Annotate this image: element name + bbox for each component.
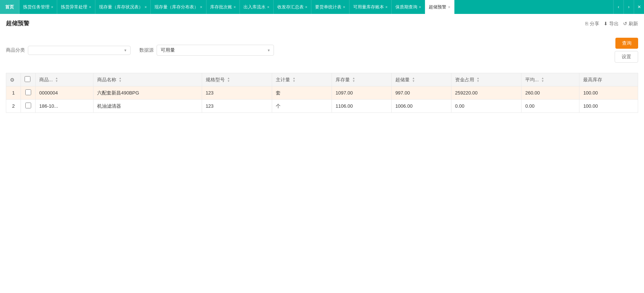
nav-tab-stock-status[interactable]: 现存量（库存状况表） × bbox=[95, 0, 151, 14]
filter-action-buttons: 查询 设置 bbox=[615, 38, 638, 63]
nav-tab-close[interactable]: × bbox=[51, 5, 53, 9]
nav-tab-close[interactable]: × bbox=[267, 5, 269, 9]
row-1-capital: 259220.00 bbox=[451, 86, 521, 100]
nav-arrow-left[interactable]: ‹ bbox=[613, 0, 623, 14]
table-row: 1 0000004 六配套新昌490BPG 123 套 1097.00 997.… bbox=[6, 86, 638, 100]
row-2-max-stock: 100.00 bbox=[579, 100, 638, 113]
nav-tab-task-mgmt[interactable]: 拣货任务管理 × bbox=[19, 0, 57, 14]
th-spec: 规格型号 ▲▼ bbox=[202, 73, 272, 86]
category-select[interactable]: ▾ bbox=[28, 46, 131, 55]
nav-tab-close[interactable]: × bbox=[200, 5, 202, 9]
export-button[interactable]: ⬇ 导出 bbox=[604, 21, 619, 27]
th-avg: 平均... ▲▼ bbox=[522, 73, 579, 86]
sort-icon-product-code[interactable]: ▲▼ bbox=[55, 77, 58, 83]
category-label: 商品分类 bbox=[6, 47, 25, 53]
th-checkbox bbox=[21, 73, 36, 86]
row-2-checkbox[interactable] bbox=[25, 103, 31, 108]
data-table: ⚙ 商品... ▲▼ 商品名称 ▲▼ 规格型号 ▲▼ 主计 bbox=[6, 73, 638, 113]
datasource-label: 数据源 bbox=[139, 47, 154, 53]
refresh-button[interactable]: ↺ 刷新 bbox=[623, 21, 638, 27]
nav-tab-inout-flow[interactable]: 出入库流水 × bbox=[240, 0, 273, 14]
export-icon: ⬇ bbox=[604, 21, 608, 26]
nav-arrow-right[interactable]: › bbox=[623, 0, 634, 14]
nav-tab-label: 现存量（库存状况表） bbox=[99, 4, 143, 10]
th-overstock: 超储量 ▲▼ bbox=[391, 73, 451, 86]
sort-icon-overstock[interactable]: ▲▼ bbox=[412, 77, 415, 83]
nav-tab-close[interactable]: × bbox=[448, 5, 450, 9]
table-settings-icon[interactable]: ⚙ bbox=[10, 77, 15, 83]
th-max-stock: 最高库存 bbox=[579, 73, 638, 86]
row-2-unit: 个 bbox=[272, 100, 332, 113]
th-unit: 主计量 ▲▼ bbox=[272, 73, 332, 86]
query-button[interactable]: 查询 bbox=[615, 38, 638, 49]
top-nav: 首页 拣货任务管理 × 拣货异常处理 × 现存量（库存状况表） × 现存量（库存… bbox=[0, 0, 644, 14]
nav-arrows: ‹ › ✕ bbox=[613, 0, 644, 14]
nav-tab-close[interactable]: × bbox=[144, 5, 147, 9]
category-filter: 商品分类 ▾ bbox=[6, 46, 131, 55]
row-1-unit: 套 bbox=[272, 86, 332, 100]
settings-button[interactable]: 设置 bbox=[615, 51, 638, 63]
sort-icon-unit[interactable]: ▲▼ bbox=[293, 77, 296, 83]
nav-tab-overstock[interactable]: 超储预警 × bbox=[425, 0, 454, 14]
main-content: 超储预警 ⎘ 分享 ⬇ 导出 ↺ 刷新 商品分类 ▾ bbox=[0, 14, 644, 293]
nav-tab-close[interactable]: × bbox=[419, 5, 421, 9]
nav-tab-stock-dist[interactable]: 现存量（库存分布表） × bbox=[151, 0, 206, 14]
filter-bar: 商品分类 ▾ 数据源 可用量 ▾ 查询 设置 bbox=[6, 33, 638, 67]
row-1-avg: 260.00 bbox=[522, 86, 579, 100]
row-2-capital: 0.00 bbox=[451, 100, 521, 113]
row-num-2: 2 bbox=[6, 100, 21, 113]
row-1-product-code: 0000004 bbox=[36, 86, 94, 100]
th-product-code: 商品... ▲▼ bbox=[36, 73, 94, 86]
nav-tab-close[interactable]: × bbox=[89, 5, 91, 9]
nav-tab-close[interactable]: × bbox=[234, 5, 236, 9]
nav-tab-close[interactable]: × bbox=[343, 5, 345, 9]
row-2-avg: 0.00 bbox=[522, 100, 579, 113]
chevron-down-icon: ▾ bbox=[124, 48, 127, 53]
nav-tab-abnormal[interactable]: 拣货异常处理 × bbox=[57, 0, 95, 14]
nav-tab-avail-stock[interactable]: 可用量库存账本 × bbox=[350, 0, 392, 14]
nav-tab-recv-send[interactable]: 收发存汇总表 × bbox=[274, 0, 311, 14]
th-capital: 资金占用 ▲▼ bbox=[451, 73, 521, 86]
row-1-max-stock: 100.00 bbox=[579, 86, 638, 100]
row-2-spec: 123 bbox=[202, 100, 272, 113]
nav-tab-quality[interactable]: 保质期查询 × bbox=[392, 0, 425, 14]
page-title: 超储预警 bbox=[6, 20, 29, 27]
nav-tab-label: 现存量（库存分布表） bbox=[154, 4, 198, 10]
th-product-name: 商品名称 ▲▼ bbox=[94, 73, 202, 86]
row-2-stock: 1106.00 bbox=[332, 100, 391, 113]
nav-tab-label: 保质期查询 bbox=[395, 4, 417, 10]
sort-icon-avg[interactable]: ▲▼ bbox=[541, 77, 544, 83]
nav-tab-home-label: 首页 bbox=[5, 4, 14, 10]
datasource-filter: 数据源 可用量 ▾ bbox=[139, 45, 274, 56]
sort-icon-spec[interactable]: ▲▼ bbox=[227, 77, 230, 83]
page-header: 超储预警 ⎘ 分享 ⬇ 导出 ↺ 刷新 bbox=[6, 20, 638, 27]
nav-tab-label: 可用量库存账本 bbox=[353, 4, 384, 10]
nav-tab-home[interactable]: 首页 bbox=[0, 0, 19, 14]
sort-icon-capital[interactable]: ▲▼ bbox=[476, 77, 479, 83]
row-1-stock: 1097.00 bbox=[332, 86, 391, 100]
row-num-1: 1 bbox=[6, 86, 21, 100]
nav-tab-label: 出入库流水 bbox=[244, 4, 266, 10]
table-body: 1 0000004 六配套新昌490BPG 123 套 1097.00 997.… bbox=[6, 86, 638, 113]
sort-icon-stock[interactable]: ▲▼ bbox=[352, 77, 355, 83]
nav-tab-label: 拣货任务管理 bbox=[23, 4, 50, 10]
datasource-select[interactable]: 可用量 ▾ bbox=[157, 45, 274, 56]
chevron-down-icon-datasource: ▾ bbox=[268, 48, 270, 53]
sort-icon-product-name[interactable]: ▲▼ bbox=[119, 77, 122, 83]
nav-tab-close[interactable]: × bbox=[305, 5, 307, 9]
th-stock: 库存量 ▲▼ bbox=[332, 73, 391, 86]
share-icon: ⎘ bbox=[585, 21, 588, 26]
nav-tab-close[interactable]: × bbox=[385, 5, 388, 9]
export-label: 导出 bbox=[609, 21, 619, 27]
refresh-icon: ↺ bbox=[623, 21, 627, 26]
datasource-select-value: 可用量 bbox=[161, 47, 268, 53]
nav-tab-batch[interactable]: 库存批次账 × bbox=[206, 0, 240, 14]
share-button[interactable]: ⎘ 分享 bbox=[585, 21, 599, 27]
nav-tab-order-stats[interactable]: 要货单统计表 × bbox=[311, 0, 349, 14]
nav-arrow-expand[interactable]: ✕ bbox=[634, 0, 644, 14]
row-1-checkbox[interactable] bbox=[25, 89, 31, 95]
select-all-checkbox[interactable] bbox=[25, 76, 30, 82]
row-checkbox-1 bbox=[21, 86, 36, 100]
table-row: 2 186-10... 机油滤清器 123 个 1106.00 1006.00 … bbox=[6, 100, 638, 113]
nav-tab-label: 超储预警 bbox=[429, 4, 446, 10]
